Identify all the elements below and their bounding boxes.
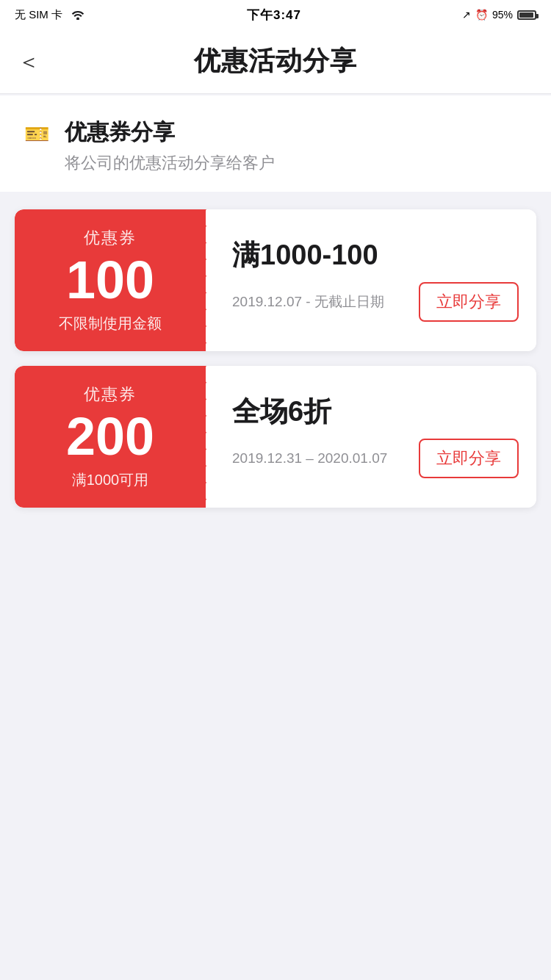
page-title: 优惠活动分享 [194, 43, 357, 79]
nav-bar: ＜ 优惠活动分享 [0, 29, 551, 94]
coupon-date-1: 2019.12.07 - 无截止日期 [232, 292, 410, 311]
coupon-bottom-2: 2019.12.31 – 2020.01.07 立即分享 [232, 439, 519, 478]
back-button[interactable]: ＜ [18, 51, 40, 73]
section-header: 🎫 优惠券分享 将公司的优惠活动分享给客户 [0, 96, 551, 192]
coupon-red-2: 优惠券 200 满1000可用 [15, 366, 206, 508]
coupon-red-1: 优惠券 100 不限制使用金额 [15, 209, 206, 351]
section-icon: 🎫 [21, 118, 53, 150]
coupon-white-2: 全场6折 2019.12.31 – 2020.01.07 立即分享 [206, 366, 536, 508]
section-title: 优惠券分享 [65, 118, 275, 148]
coupon-card-2: 优惠券 200 满1000可用 全场6折 2019.12.31 – 2020.0… [15, 366, 536, 508]
coupon-name-1: 满1000-100 [232, 239, 519, 273]
status-time: 下午3:47 [247, 7, 301, 24]
coupon-date-2: 2019.12.31 – 2020.01.07 [232, 450, 410, 466]
coupon-list: 优惠券 100 不限制使用金额 满1000-100 2019.12.07 - 无… [0, 192, 551, 525]
coupon-white-1: 满1000-100 2019.12.07 - 无截止日期 立即分享 [206, 209, 536, 351]
coupon-condition-2: 满1000可用 [72, 470, 149, 490]
coupon-value-1: 100 [66, 253, 154, 306]
coupon-label-2: 优惠券 [84, 383, 137, 406]
status-bar: 无 SIM 卡 下午3:47 ↗ ⏰ 95% [0, 0, 551, 29]
section-text-group: 优惠券分享 将公司的优惠活动分享给客户 [65, 118, 275, 174]
section-subtitle: 将公司的优惠活动分享给客户 [65, 152, 275, 174]
alarm-icon: ⏰ [475, 9, 488, 21]
status-left: 无 SIM 卡 [15, 8, 86, 22]
battery-icon [517, 10, 536, 20]
location-icon: ↗ [462, 9, 471, 21]
no-sim-text: 无 SIM 卡 [15, 8, 62, 22]
wifi-icon [70, 8, 86, 22]
coupon-label-1: 优惠券 [84, 227, 137, 249]
grey-bg [0, 525, 551, 893]
status-right: ↗ ⏰ 95% [462, 9, 536, 21]
share-button-2[interactable]: 立即分享 [419, 439, 519, 478]
share-button-1[interactable]: 立即分享 [419, 282, 519, 322]
battery-text: 95% [492, 9, 513, 21]
coupon-bottom-1: 2019.12.07 - 无截止日期 立即分享 [232, 282, 519, 322]
coupon-condition-1: 不限制使用金额 [59, 314, 162, 334]
coupon-card-1: 优惠券 100 不限制使用金额 满1000-100 2019.12.07 - 无… [15, 209, 536, 351]
coupon-name-2: 全场6折 [232, 395, 519, 429]
coupon-value-2: 200 [66, 410, 154, 463]
